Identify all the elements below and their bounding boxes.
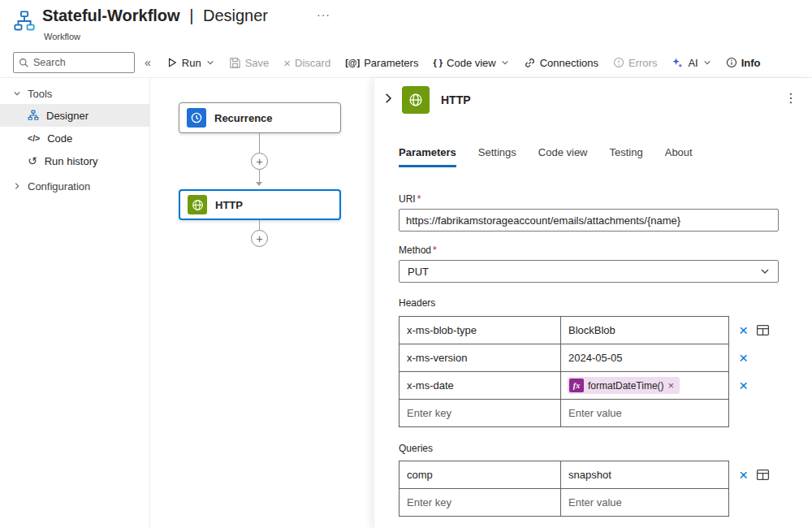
run-button[interactable]: Run xyxy=(159,51,222,74)
query-value-input[interactable] xyxy=(561,496,728,509)
recurrence-clock-icon xyxy=(187,108,206,128)
ai-label: AI xyxy=(688,57,698,69)
connector-line xyxy=(259,133,260,153)
panel-menu-button[interactable]: ⋮ xyxy=(784,90,797,106)
title-separator: | xyxy=(189,6,193,24)
search-icon xyxy=(19,58,29,68)
tab-testing[interactable]: Testing xyxy=(610,146,643,167)
tab-settings[interactable]: Settings xyxy=(478,146,516,167)
code-view-label: Code view xyxy=(447,57,496,69)
chevron-down-icon xyxy=(206,58,214,67)
discard-icon: × xyxy=(283,57,291,69)
connector-line xyxy=(259,220,260,230)
ai-button[interactable]: AI xyxy=(664,51,718,74)
chevron-right-icon xyxy=(13,182,21,190)
sidebar-item-designer[interactable]: Designer xyxy=(0,104,149,127)
remove-token-button[interactable]: × xyxy=(668,380,675,391)
header-value-cell xyxy=(560,399,729,427)
errors-button[interactable]: Errors xyxy=(606,51,664,74)
header-key-cell xyxy=(399,344,561,372)
configuration-label: Configuration xyxy=(28,180,90,193)
header-key-input[interactable] xyxy=(400,324,560,336)
uri-input[interactable] xyxy=(399,209,779,232)
chevron-down-icon xyxy=(760,266,770,276)
delete-row-button[interactable]: × xyxy=(739,378,748,393)
search-input[interactable] xyxy=(33,57,129,68)
info-button[interactable]: Info xyxy=(719,51,768,74)
http-globe-icon xyxy=(188,195,207,214)
errors-label: Errors xyxy=(628,57,657,69)
discard-button[interactable]: × Discard xyxy=(276,51,338,74)
header-key-input[interactable] xyxy=(400,407,560,419)
connector-line xyxy=(259,170,260,182)
delete-row-button[interactable]: × xyxy=(739,322,748,338)
code-label: Code xyxy=(47,132,72,145)
add-action-button[interactable]: + xyxy=(251,230,268,247)
query-key-input[interactable] xyxy=(400,496,560,509)
connector-arrowhead xyxy=(256,182,262,186)
header-key-cell xyxy=(399,371,561,400)
parameters-label: Parameters xyxy=(364,57,418,69)
method-value: PUT xyxy=(408,266,429,278)
collapse-panel-button[interactable] xyxy=(382,93,394,104)
add-action-button[interactable]: + xyxy=(251,153,268,170)
sidebar-item-code[interactable]: </> Code xyxy=(0,127,149,149)
header-key-input[interactable] xyxy=(400,379,560,392)
workflow-logo-icon xyxy=(13,10,36,32)
panel-http-icon xyxy=(402,86,430,114)
sparkle-icon xyxy=(672,57,684,69)
method-select[interactable]: PUT xyxy=(399,260,779,283)
delete-row-button[interactable]: × xyxy=(739,467,748,483)
query-value-input[interactable] xyxy=(561,469,728,481)
header-key-input[interactable] xyxy=(400,352,560,364)
link-icon xyxy=(524,57,536,69)
query-key-cell xyxy=(399,488,561,517)
table-mode-button[interactable] xyxy=(756,469,770,482)
save-label: Save xyxy=(245,57,270,69)
header-value-input[interactable] xyxy=(561,407,728,419)
sidebar-item-run-history[interactable]: ↺ Run history xyxy=(0,149,149,172)
collapse-sidebar-button[interactable]: « xyxy=(141,54,154,71)
table-mode-button[interactable] xyxy=(756,324,770,337)
chevron-down-icon xyxy=(501,58,509,67)
designer-label: Designer xyxy=(46,110,89,122)
code-view-button[interactable]: { } Code view xyxy=(425,51,516,74)
save-button[interactable]: Save xyxy=(222,51,277,74)
headers-table: × × fx formatDateTime() × xyxy=(399,316,770,427)
expression-token-label: formatDateTime() xyxy=(588,380,664,392)
info-icon xyxy=(726,57,737,68)
method-label-text: Method xyxy=(399,245,431,256)
uri-label: URI* xyxy=(399,193,421,205)
more-commands-button[interactable]: ··· xyxy=(317,8,330,21)
tab-about[interactable]: About xyxy=(665,146,693,167)
discard-label: Discard xyxy=(295,57,330,69)
tab-code-view[interactable]: Code view xyxy=(538,146,588,167)
delete-row-button[interactable]: × xyxy=(739,350,748,366)
sidebar: Tools Designer </> Code ↺ Run history Co… xyxy=(0,78,150,528)
tab-parameters[interactable]: Parameters xyxy=(399,146,456,167)
tree-group-tools[interactable]: Tools xyxy=(0,83,149,104)
header-value-input[interactable] xyxy=(561,324,728,336)
workflow-canvas: Recurrence + HTTP + xyxy=(151,78,374,528)
node-http[interactable]: HTTP xyxy=(179,189,341,220)
play-icon xyxy=(166,57,178,68)
http-details-panel: HTTP ⋮ Parameters Settings Code view Tes… xyxy=(374,78,812,528)
header-value-cell: fx formatDateTime() × xyxy=(560,371,729,400)
history-icon: ↺ xyxy=(28,155,37,167)
expression-token[interactable]: fx formatDateTime() × xyxy=(568,377,680,394)
parameters-button[interactable]: [@] Parameters xyxy=(338,51,425,74)
page-title: Stateful-Workflow | Designer xyxy=(42,6,268,25)
header-value-cell xyxy=(560,344,729,372)
connections-button[interactable]: Connections xyxy=(516,51,606,74)
query-key-input[interactable] xyxy=(400,469,560,481)
chevron-down-icon xyxy=(13,89,21,97)
run-label: Run xyxy=(182,57,201,69)
run-history-label: Run history xyxy=(45,155,98,167)
query-value-cell xyxy=(560,488,729,517)
toolbar: « Run Save × Discard [@] Parameters { } … xyxy=(0,49,812,76)
http-label: HTTP xyxy=(215,199,243,211)
node-recurrence[interactable]: Recurrence xyxy=(179,102,341,133)
header-value-input[interactable] xyxy=(561,352,728,364)
tree-group-configuration[interactable]: Configuration xyxy=(0,175,149,197)
braces-icon: { } xyxy=(433,58,443,67)
